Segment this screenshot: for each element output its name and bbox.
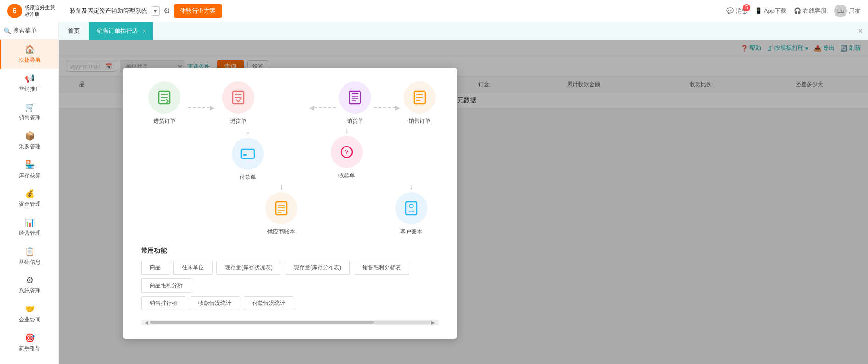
sidebar-item-enterprise[interactable]: 🤝 企业协同 (0, 299, 58, 328)
customer-ledger-circle[interactable] (395, 192, 427, 224)
purchase-icon: 📦 (25, 131, 35, 141)
tab-close-icon[interactable]: × (143, 28, 146, 34)
payment-label: 付款单 (240, 174, 256, 181)
svg-rect-16 (241, 149, 254, 158)
supplier-ledger-circle[interactable] (265, 192, 297, 224)
supplier-ledger-col: ↓ 供应商账本 (247, 183, 316, 236)
customer-ledger-label: 客户账本 (400, 228, 422, 236)
flow-row-1: 进货订单 ▶ (141, 81, 439, 125)
top-bar-right: 💬 消息 5 📱 App下载 🎧 在线客服 Ea 用友 (726, 5, 861, 17)
experience-button[interactable]: 体验行业方案 (174, 4, 222, 18)
sales-order-label: 销售订单 (409, 117, 431, 125)
sales-bill-label: 销货单 (347, 117, 363, 125)
settings-gear-icon[interactable]: ⚙ (164, 6, 170, 15)
message-button[interactable]: 💬 消息 5 (726, 7, 748, 15)
scroll-track (150, 321, 430, 324)
online-service-button[interactable]: 🎧 在线客服 (794, 7, 827, 15)
down-arrow-receipt: ↓ (345, 127, 349, 134)
svg-rect-7 (349, 91, 360, 104)
down-arrow-payment: ↓ (246, 128, 250, 135)
svg-rect-21 (276, 202, 287, 215)
receipt-col: ↓ ¥ 收款单 (326, 127, 368, 181)
payment-col: ↓ 付款单 (222, 127, 274, 181)
search-icon: 🔍 (4, 27, 11, 34)
logo-text: 畅康通好生意 标准版 (25, 4, 55, 17)
sidebar-item-guide[interactable]: 🎯 新手引导 (0, 328, 58, 357)
arrow-sales-order-to-bill: ◀ (309, 104, 336, 125)
down-arrow-supplier: ↓ (279, 183, 283, 190)
sidebar-search[interactable]: 🔍 搜索菜单 (0, 22, 58, 40)
sidebar-item-marketing[interactable]: 📢 营销推广 (0, 69, 58, 98)
tab-sales-order[interactable]: 销售订单执行表 × (89, 22, 153, 40)
node-purchase-order[interactable]: 进货订单 (141, 81, 188, 125)
payment-circle[interactable] (232, 138, 264, 170)
sidebar-item-inventory[interactable]: 🏪 库存核算 (0, 155, 58, 184)
top-bar-left: 6 畅康通好生意 标准版 装备及固定资产辅助管理系统 ▾ ⚙ 体验行业方案 (7, 4, 222, 18)
node-sales-bill[interactable]: 销货单 (336, 81, 374, 125)
node-sales-order[interactable]: 销售订单 (400, 81, 439, 125)
home-icon: 🏠 (25, 44, 35, 54)
modal-overlay[interactable]: 进货订单 ▶ (59, 40, 868, 364)
window-close-button[interactable]: × (858, 22, 868, 40)
receipt-circle[interactable]: ¥ (331, 136, 363, 168)
scroll-thumb (150, 321, 374, 324)
avatar: Ea (834, 5, 847, 17)
supplier-ledger-label: 供应商账本 (267, 228, 295, 236)
customer-ledger-col: ↓ 客户账本 (383, 183, 439, 236)
node-purchase-bill[interactable]: 进货单 (215, 81, 262, 125)
func-btn-sales-profit[interactable]: 销售毛利分析表 (354, 261, 409, 275)
func-btn-receipt-stats[interactable]: 收款情况统计 (190, 296, 240, 310)
user-menu[interactable]: Ea 用友 (834, 5, 861, 17)
receipt-label: 收款单 (338, 172, 355, 179)
func-btn-stock-dist[interactable]: 现存量(库存分布表) (285, 261, 350, 275)
purchase-bill-label: 进货单 (230, 117, 246, 125)
sales-icon: 🛒 (25, 102, 35, 112)
purchase-bill-circle (222, 81, 254, 114)
flow-row-2: ↓ 付款单 ↓ (141, 127, 439, 181)
finance-icon: 💰 (25, 189, 35, 199)
svg-rect-26 (406, 202, 417, 215)
common-func-title: 常用功能 (141, 247, 439, 255)
tab-home[interactable]: 首页 (59, 22, 89, 40)
svg-text:¥: ¥ (344, 148, 349, 156)
operations-icon: 📊 (25, 217, 35, 228)
arrow-purchase-to-bill: ▶ (188, 104, 215, 125)
sidebar-item-quick-nav[interactable]: 🏠 快捷导航 (0, 40, 58, 69)
modal-box: 进货订单 ▶ (123, 68, 457, 339)
sidebar-item-system[interactable]: ⚙ 系统管理 (0, 271, 58, 299)
func-btn-payment-stats[interactable]: 付款情况统计 (244, 296, 294, 310)
arrow-sales-bill-to-order: ▶ (374, 104, 400, 125)
svg-rect-18 (243, 154, 247, 156)
func-btn-product-profit[interactable]: 商品毛利分析 (141, 278, 191, 293)
func-buttons-row2: 销售排行榜 收款情况统计 付款情况统计 (141, 296, 439, 310)
inventory-icon: 🏪 (25, 160, 35, 170)
sidebar-item-finance[interactable]: 💰 资金管理 (0, 184, 58, 213)
sidebar-item-sales[interactable]: 🛒 销售管理 (0, 98, 58, 126)
flow-row-3: ↓ 供应商账本 ↓ (141, 183, 439, 236)
flow-diagram: 进货订单 ▶ (141, 81, 439, 236)
sidebar-item-basic-info[interactable]: 📋 基础信息 (0, 242, 58, 271)
scroll-bar[interactable]: ◀ ▶ (141, 320, 439, 325)
marketing-icon: 📢 (25, 73, 35, 83)
main-area: 🔍 搜索菜单 🏠 快捷导航 📢 营销推广 🛒 销售管理 📦 采购管理 🏪 (0, 22, 868, 364)
system-icon: ⚙ (26, 275, 33, 285)
message-badge: 5 (743, 4, 750, 11)
scroll-left-icon[interactable]: ◀ (143, 320, 150, 325)
app-download-button[interactable]: 📱 App下载 (755, 7, 786, 15)
func-btn-stock-status[interactable]: 现存量(库存状况表) (216, 261, 281, 275)
system-dropdown[interactable]: ▾ (151, 6, 160, 16)
func-btn-partner[interactable]: 往来单位 (173, 261, 213, 275)
sidebar-item-operations[interactable]: 📊 经营管理 (0, 213, 58, 242)
func-btn-sales-rank[interactable]: 销售排行榜 (141, 296, 186, 310)
basic-info-icon: 📋 (25, 246, 35, 256)
logo-area: 6 畅康通好生意 标准版 (7, 4, 62, 18)
page-content: ❓ 帮助 🖨 按模板打印 ▾ 📤 导出 🔄 刷新 (59, 40, 868, 364)
scroll-right-icon[interactable]: ▶ (430, 320, 437, 325)
down-arrow-customer: ↓ (409, 183, 413, 190)
svg-point-27 (409, 204, 413, 208)
system-name: 装备及固定资产辅助管理系统 (70, 7, 147, 15)
func-btn-product[interactable]: 商品 (141, 261, 169, 275)
sidebar-item-purchase[interactable]: 📦 采购管理 (0, 126, 58, 155)
purchase-order-label: 进货订单 (153, 117, 175, 125)
enterprise-icon: 🤝 (25, 304, 35, 314)
